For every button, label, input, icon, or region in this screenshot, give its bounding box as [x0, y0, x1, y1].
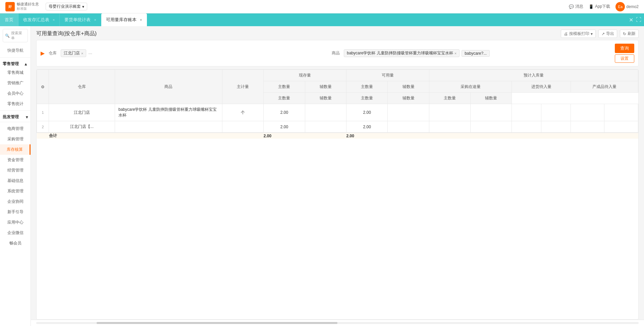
search-menu-button[interactable]: 🔍 搜索菜单 [3, 29, 28, 42]
inventory-label: 库存核算 [7, 147, 23, 152]
table-body: 1 江北门店 babycare学饮杯 儿童防摔防撞吸管杯重力球吸嘴杯宝宝水杯 个… [37, 104, 638, 133]
export-button[interactable]: ↗ 导出 [598, 30, 617, 38]
footer-purchase-main [429, 133, 470, 139]
scrollbar-track[interactable] [36, 322, 639, 324]
members-label: 会员中心 [7, 91, 23, 96]
sidebar-item-cooperation[interactable]: 企业协同 [0, 196, 31, 207]
table-footer: 合计 2.00 2.00 [37, 133, 638, 139]
sidebar-item-members[interactable]: 会员中心 [0, 88, 31, 99]
sidebar-item-app-center[interactable]: 应用中心 [0, 217, 31, 228]
logo-texts: 畅捷通好生意 标准版 [17, 2, 39, 11]
row-production-aux-0 [604, 104, 638, 121]
row-incoming-main-0 [512, 104, 541, 121]
top-bar-left: 好 畅捷通好生意 标准版 母婴行业演示账套 ▾ [5, 2, 87, 11]
message-icon: 💬 [569, 4, 574, 9]
settings-header[interactable]: ⚙ [37, 70, 49, 104]
sidebar-item-system[interactable]: 系统管理 [0, 186, 31, 196]
sidebar-item-retail-mall[interactable]: 零售商城 [0, 67, 31, 78]
filter-actions: 查询 设置 [615, 44, 634, 63]
store-label: 母婴行业演示账套 [49, 4, 81, 9]
avatar: Ea [615, 2, 625, 11]
tab-home[interactable]: 首页 [0, 13, 18, 26]
footer-incoming-main [512, 133, 541, 139]
ecommerce-label: 电商管理 [7, 126, 23, 131]
store-selector[interactable]: 母婴行业演示账套 ▾ [46, 3, 87, 10]
app-download-button[interactable]: 📱 App下载 [589, 4, 610, 9]
purchase-transit-header: 采购在途量 [429, 81, 512, 93]
footer-available-main: 2.00 [346, 133, 387, 139]
sidebar-item-purchase[interactable]: 采购管理 [0, 134, 31, 144]
setting-button[interactable]: 设置 [615, 54, 634, 63]
quick-nav-label: 快捷导航 [7, 48, 23, 53]
sidebar-item-finance[interactable]: 资金管理 [0, 155, 31, 165]
user-profile[interactable]: Ea demo2 [615, 2, 639, 11]
filter-more-icon[interactable]: ··· [88, 51, 92, 56]
current-stock-main-header: 主数量 [264, 81, 305, 93]
sidebar-item-quick-nav[interactable]: 快捷导航 [0, 45, 31, 56]
scrollbar-thumb[interactable] [97, 322, 337, 324]
row-incoming-aux-1 [541, 121, 571, 133]
retail-arrow-icon: ▲ [24, 62, 28, 66]
print-label: 按模板打印 [569, 31, 589, 37]
table-header-row-1: ⚙ 仓库 商品 主计量 现存量 可用量 预计入库量 [37, 70, 638, 81]
retail-section-label: 零售管理 [3, 61, 19, 67]
row-purchase-aux-0 [471, 104, 512, 121]
tab-close-all[interactable]: ✕ [629, 17, 633, 23]
sidebar-item-inventory[interactable]: 库存核算 [0, 144, 31, 155]
tab-receive-summary-label: 收发存汇总表 [23, 17, 49, 23]
tab-receive-summary[interactable]: 收发存汇总表 × [18, 13, 60, 26]
row-num-1: 2 [37, 121, 49, 133]
wholesale-arrow-icon: ▾ [26, 115, 28, 120]
query-button[interactable]: 查询 [615, 44, 634, 53]
sidebar-item-newbie[interactable]: 新手引导 [0, 207, 31, 217]
sidebar-item-member[interactable]: 畅会员 [0, 238, 31, 248]
footer-current-main: 2.00 [264, 133, 305, 139]
warehouse-tag-remove[interactable]: × [81, 51, 83, 55]
footer-production-aux [604, 133, 638, 139]
row-production-aux-1 [604, 121, 638, 133]
table-container: ⚙ 仓库 商品 主计量 现存量 可用量 预计入库量 主数量 辅数量 主数量 辅数… [36, 69, 639, 320]
sidebar-section-retail[interactable]: 零售管理 ▲ [0, 59, 31, 67]
print-button[interactable]: 🖨 按模板打印 ▾ [561, 30, 596, 38]
tab-requisition-stats[interactable]: 要货单统计表 × [60, 13, 101, 26]
table-row: 2 江北门店【... 2.00 2.00 [37, 121, 638, 133]
sidebar-item-ecommerce[interactable]: 电商管理 [0, 124, 31, 134]
tab-receive-summary-close[interactable]: × [53, 18, 55, 22]
divider-2 [0, 110, 31, 111]
marketing-label: 营销推广 [7, 81, 23, 85]
incoming-header: 进货待入量 [512, 81, 571, 93]
row-current-main-0: 2.00 [264, 104, 305, 121]
footer-incoming-aux [541, 133, 571, 139]
tab-available-stock[interactable]: 可用量库存账本 × [101, 13, 147, 26]
app-center-label: 应用中心 [7, 220, 23, 225]
row-available-aux-0 [388, 104, 429, 121]
filter-toggle-button[interactable]: ▶ [41, 50, 45, 56]
wholesale-section-label: 批发管理 [3, 114, 19, 120]
row-current-main-1: 2.00 [264, 121, 305, 133]
bottom-bar [31, 320, 644, 326]
sidebar-item-retail-stats[interactable]: 零售统计 [0, 99, 31, 109]
refresh-button[interactable]: ↻ 刷新 [620, 30, 639, 38]
tab-fullscreen[interactable]: ⛶ [636, 17, 641, 23]
product-tag-more: babycare?... [462, 50, 490, 57]
footer-label: 合计 [49, 133, 264, 139]
tab-available-stock-close[interactable]: × [140, 18, 142, 22]
product-tag-remove[interactable]: × [454, 51, 457, 55]
username: demo2 [626, 4, 639, 9]
row-incoming-main-1 [512, 121, 541, 133]
finance-label: 资金管理 [7, 157, 23, 162]
footer-current-aux [305, 133, 346, 139]
sidebar: 🔍 搜索菜单 快捷导航 零售管理 ▲ 零售商城 营销推广 会员中心 零售统计 批… [0, 26, 31, 326]
sidebar-item-basic-info[interactable]: 基础信息 [0, 176, 31, 186]
message-button[interactable]: 💬 消息 [569, 4, 583, 9]
logo-sub: 标准版 [17, 6, 39, 11]
sidebar-section-wholesale[interactable]: 批发管理 ▾ [0, 112, 31, 121]
sidebar-item-wechat[interactable]: 企业微信 [0, 228, 31, 238]
main-layout: 🔍 搜索菜单 快捷导航 零售管理 ▲ 零售商城 营销推广 会员中心 零售统计 批… [0, 26, 644, 326]
logo: 好 畅捷通好生意 标准版 [5, 2, 39, 11]
page-title: 可用量查询(按仓库+商品) [36, 30, 97, 37]
sidebar-item-business[interactable]: 经营管理 [0, 165, 31, 176]
product-header: 商品 [115, 70, 222, 104]
sidebar-item-marketing[interactable]: 营销推广 [0, 78, 31, 88]
tab-requisition-stats-close[interactable]: × [94, 18, 96, 22]
